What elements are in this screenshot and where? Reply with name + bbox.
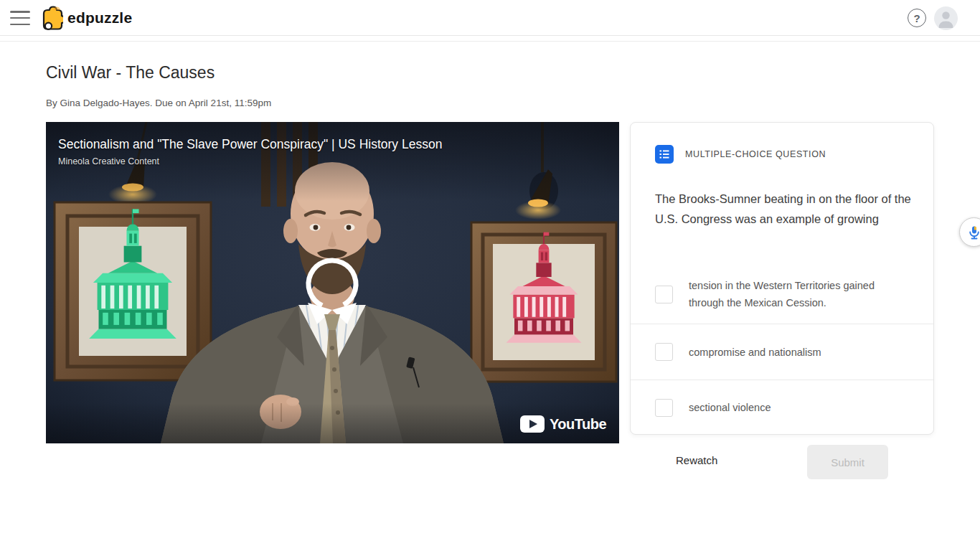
option-row-3[interactable]: sectional violence — [631, 380, 933, 435]
brand-name: edpuzzle — [67, 9, 132, 27]
edpuzzle-puzzle-icon — [39, 5, 63, 31]
help-icon[interactable]: ? — [908, 9, 926, 27]
question-prompt: The Brooks-Sumner beating in on the floo… — [655, 189, 913, 229]
answer-options: tension in the Western Territories gaine… — [631, 265, 933, 435]
option-row-1[interactable]: tension in the Western Territories gaine… — [631, 265, 933, 324]
option-row-2[interactable]: compromise and nationalism — [631, 324, 933, 380]
microphone-icon — [966, 225, 980, 240]
right-picture-frame — [471, 222, 616, 382]
youtube-watermark[interactable]: YouTube — [520, 415, 606, 433]
multiple-choice-list-icon — [655, 145, 674, 164]
rewatch-button[interactable]: Rewatch — [676, 454, 717, 466]
left-picture-frame — [55, 202, 211, 380]
submit-button[interactable]: Submit — [807, 445, 888, 479]
hamburger-menu-icon[interactable] — [10, 11, 30, 25]
option-2-label: compromise and nationalism — [689, 344, 821, 361]
question-actions: Rewatch Submit — [630, 445, 934, 479]
question-type-header: MULTIPLE-CHOICE QUESTION — [655, 145, 826, 164]
option-1-checkbox[interactable] — [655, 286, 673, 303]
top-navigation-bar: edpuzzle ? — [0, 0, 980, 36]
option-1-label: tension in the Western Territories gaine… — [689, 277, 890, 311]
youtube-play-icon — [520, 415, 545, 433]
video-player[interactable]: Sectionalism and "The Slave Power Conspi… — [46, 122, 619, 443]
voice-search-fab[interactable] — [959, 217, 980, 247]
person-icon — [934, 6, 958, 30]
question-type-label: MULTIPLE-CHOICE QUESTION — [685, 149, 826, 159]
header-divider — [0, 41, 980, 42]
video-channel: Mineola Creative Content — [58, 156, 159, 166]
video-title: Sectionalism and "The Slave Power Conspi… — [58, 137, 442, 152]
option-3-checkbox[interactable] — [655, 399, 673, 417]
option-3-label: sectional violence — [689, 399, 771, 416]
page-title: Civil War - The Causes — [46, 63, 215, 83]
question-card: MULTIPLE-CHOICE QUESTION The Brooks-Sumn… — [630, 122, 934, 435]
assignment-byline: By Gina Delgado-Hayes. Due on April 21st… — [46, 98, 271, 108]
avatar[interactable] — [934, 6, 958, 30]
youtube-wordmark: YouTube — [550, 416, 606, 433]
option-2-checkbox[interactable] — [655, 343, 673, 361]
edpuzzle-logo[interactable]: edpuzzle — [39, 5, 132, 31]
